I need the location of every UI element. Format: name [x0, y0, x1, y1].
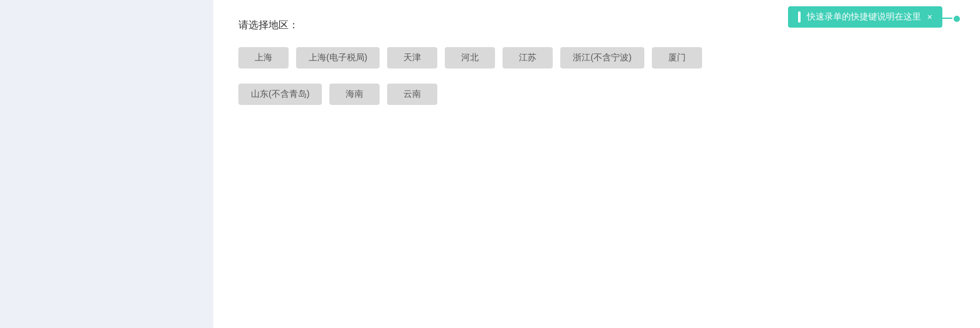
region-btn-tianjin[interactable]: 天津	[387, 47, 437, 68]
tooltip-connector-dot	[952, 14, 961, 23]
region-btn-yunnan[interactable]: 云南	[387, 84, 437, 105]
region-buttons: 上海 上海(电子税局) 天津 河北 江苏 浙江(不含宁波) 厦门 山东(不含青岛…	[238, 47, 955, 105]
tooltip-text: 快速录单的快捷键说明在这里	[807, 11, 921, 23]
region-btn-zhejiang[interactable]: 浙江(不含宁波)	[560, 47, 644, 68]
region-btn-hebei[interactable]: 河北	[445, 47, 495, 68]
region-btn-xiamen[interactable]: 厦门	[652, 47, 702, 68]
tooltip-connector-line	[942, 18, 952, 19]
main-content: 请选择地区： 上海 上海(电子税局) 天津 河北 江苏 浙江(不含宁波) 厦门 …	[213, 0, 980, 328]
region-btn-hainan[interactable]: 海南	[329, 84, 380, 105]
tooltip-banner: 快速录单的快捷键说明在这里 ×	[788, 6, 942, 28]
tooltip-close-button[interactable]: ×	[927, 12, 932, 22]
region-btn-shandong[interactable]: 山东(不含青岛)	[238, 84, 322, 105]
tooltip-bar	[798, 11, 801, 23]
region-btn-shanghai-etax[interactable]: 上海(电子税局)	[296, 47, 380, 68]
region-btn-shanghai[interactable]: 上海	[238, 47, 289, 68]
region-btn-jiangsu[interactable]: 江苏	[503, 47, 553, 68]
left-sidebar	[0, 0, 213, 328]
